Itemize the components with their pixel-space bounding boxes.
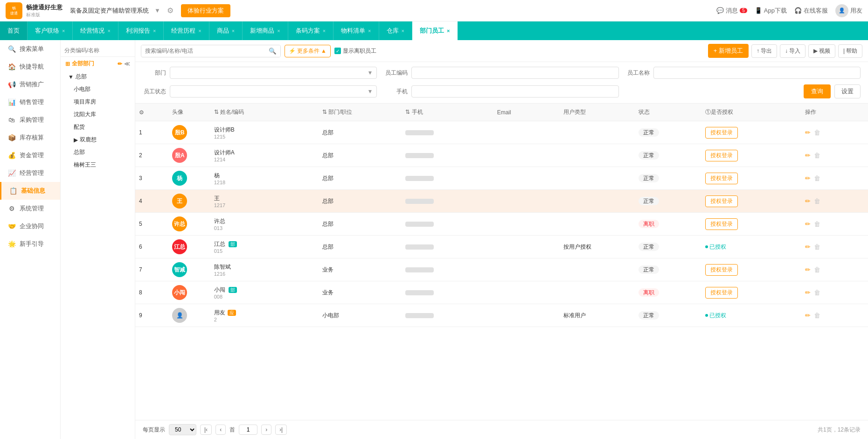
sidebar-item-finance[interactable]: 💰 资金管理 bbox=[0, 146, 60, 164]
page-input[interactable] bbox=[239, 425, 257, 435]
last-page-btn[interactable]: ›| bbox=[275, 425, 287, 435]
tab-warehouse[interactable]: 仓库× bbox=[379, 21, 412, 40]
authorize-button[interactable]: 授权登录 bbox=[705, 195, 738, 207]
authorize-button[interactable]: 授权登录 bbox=[705, 150, 738, 161]
query-button[interactable]: 查询 bbox=[804, 84, 831, 98]
dept-node-shenyang[interactable]: 沈阳大库 bbox=[61, 108, 135, 121]
th-phone[interactable]: ⇅ 手机 bbox=[402, 104, 493, 121]
export-button[interactable]: ↑ 导出 bbox=[751, 44, 777, 58]
status-filter-select[interactable]: ▼ bbox=[170, 85, 377, 98]
close-icon[interactable]: × bbox=[277, 28, 280, 34]
dept-filter-select[interactable]: ▼ bbox=[170, 67, 377, 79]
authorize-button[interactable]: 授权登录 bbox=[705, 218, 738, 230]
th-dept[interactable]: ⇅ 部门/职位 bbox=[319, 104, 402, 121]
delete-button[interactable]: 🗑 bbox=[814, 220, 820, 228]
delete-button[interactable]: 🗑 bbox=[814, 197, 820, 205]
tab-history[interactable]: 经营历程× bbox=[164, 21, 209, 40]
tab-home[interactable]: 首页 bbox=[0, 21, 28, 40]
delete-button[interactable]: 🗑 bbox=[814, 152, 820, 159]
app-download-btn[interactable]: 📱 App下载 bbox=[755, 7, 787, 15]
close-icon[interactable]: × bbox=[198, 28, 201, 34]
message-btn[interactable]: 💬 消息 5 bbox=[716, 7, 747, 15]
more-filter-btn[interactable]: ⚡ 更多条件 ▲ bbox=[285, 45, 331, 57]
delete-button[interactable]: 🗑 bbox=[814, 289, 820, 296]
tab-operation[interactable]: 经营情况× bbox=[73, 21, 118, 40]
code-filter-input[interactable] bbox=[411, 67, 618, 79]
tab-add-goods[interactable]: 新增商品× bbox=[243, 21, 288, 40]
edit-button[interactable]: ✏ bbox=[805, 243, 811, 251]
edit-button[interactable]: ✏ bbox=[805, 289, 811, 296]
sidebar-item-collab[interactable]: 🤝 企业协同 bbox=[0, 217, 60, 235]
delete-button[interactable]: 🗑 bbox=[814, 266, 820, 273]
next-page-btn[interactable]: › bbox=[261, 425, 271, 435]
close-icon[interactable]: × bbox=[232, 28, 235, 34]
edit-button[interactable]: ✏ bbox=[805, 220, 811, 228]
tab-employees[interactable]: 部门员工× bbox=[412, 21, 458, 40]
sidebar-item-purchase[interactable]: 🛍 采购管理 bbox=[0, 111, 60, 129]
authorize-button[interactable]: 授权登录 bbox=[705, 173, 738, 184]
sidebar-item-marketing[interactable]: 📢 营销推广 bbox=[0, 76, 60, 93]
tab-profit[interactable]: 利润报告× bbox=[118, 21, 164, 40]
prev-page-btn[interactable]: ‹ bbox=[215, 425, 226, 435]
delete-button[interactable]: 🗑 bbox=[814, 243, 820, 251]
sidebar-item-guide[interactable]: 🌟 新手引导 bbox=[0, 235, 60, 253]
trial-button[interactable]: 体验行业方案 bbox=[181, 4, 230, 17]
dept-node-peihuo[interactable]: 配货 bbox=[61, 121, 135, 133]
edit-button[interactable]: ✏ bbox=[805, 129, 811, 136]
service-btn[interactable]: 🎧 在线客服 bbox=[794, 7, 828, 15]
dept-node-nanshu[interactable]: 楠树王三 bbox=[61, 159, 135, 171]
search-button[interactable]: 🔍 bbox=[265, 45, 280, 57]
tab-customer[interactable]: 客户联络× bbox=[28, 21, 73, 40]
search-input[interactable] bbox=[141, 45, 265, 56]
dept-node-xiangmu[interactable]: 项目库房 bbox=[61, 96, 135, 108]
close-icon[interactable]: × bbox=[402, 28, 404, 34]
edit-icon[interactable]: ✏ bbox=[118, 61, 122, 67]
phone-filter-input[interactable] bbox=[411, 85, 618, 98]
edit-button[interactable]: ✏ bbox=[805, 266, 811, 273]
dept-node-shuanglu[interactable]: ▶ 双鹿想 bbox=[61, 133, 135, 146]
dept-node-head[interactable]: ▼ 总部 bbox=[61, 70, 135, 83]
name-filter-input[interactable] bbox=[653, 67, 861, 79]
view-button[interactable]: ▶ 视频 bbox=[808, 44, 835, 58]
set-button[interactable]: 设置 bbox=[834, 84, 861, 98]
delete-button[interactable]: 🗑 bbox=[814, 174, 820, 182]
th-settings[interactable]: ⚙ bbox=[135, 104, 168, 121]
collapse-icon[interactable]: ≪ bbox=[124, 61, 130, 67]
tab-bom[interactable]: 物料清单× bbox=[333, 21, 379, 40]
tab-barcode[interactable]: 条码方案× bbox=[288, 21, 333, 40]
user-btn[interactable]: 👤 用友 bbox=[835, 4, 862, 17]
close-icon[interactable]: × bbox=[447, 28, 450, 34]
help-button[interactable]: | 帮助 bbox=[838, 44, 862, 58]
dept-search-input[interactable] bbox=[64, 47, 134, 54]
first-page-btn[interactable]: |‹ bbox=[200, 425, 212, 435]
dept-node-zongbu[interactable]: 总部 bbox=[61, 146, 135, 159]
close-icon[interactable]: × bbox=[323, 28, 326, 34]
th-name[interactable]: ⇅ 姓名/编码 bbox=[210, 104, 319, 121]
delete-button[interactable]: 🗑 bbox=[814, 129, 820, 136]
close-icon[interactable]: × bbox=[368, 28, 371, 34]
sidebar-item-system[interactable]: ⚙ 系统管理 bbox=[0, 200, 60, 217]
close-icon[interactable]: × bbox=[107, 28, 110, 34]
edit-button[interactable]: ✏ bbox=[805, 197, 811, 205]
sidebar-item-management[interactable]: 📈 经营管理 bbox=[0, 164, 60, 182]
edit-button[interactable]: ✏ bbox=[805, 152, 811, 159]
page-size-select[interactable]: 50 100 200 bbox=[169, 424, 196, 435]
tab-goods[interactable]: 商品× bbox=[209, 21, 243, 40]
authorize-button[interactable]: 授权登录 bbox=[705, 127, 738, 139]
show-resigned-toggle[interactable]: ✓ 显示离职员工 bbox=[334, 47, 376, 55]
close-icon[interactable]: × bbox=[62, 28, 65, 34]
dept-node-xiaodibu[interactable]: 小电部 bbox=[61, 83, 135, 96]
sidebar-item-basic[interactable]: 📋 基础信息 bbox=[0, 182, 60, 200]
authorize-button[interactable]: 授权登录 bbox=[705, 264, 738, 276]
delete-button[interactable]: 🗑 bbox=[814, 312, 820, 319]
sidebar-item-search[interactable]: 🔍 搜索菜单 bbox=[0, 40, 60, 58]
sidebar-item-nav[interactable]: 🏠 快捷导航 bbox=[0, 58, 60, 76]
import-button[interactable]: ↓ 导入 bbox=[780, 44, 806, 58]
close-icon[interactable]: × bbox=[153, 28, 156, 34]
edit-button[interactable]: ✏ bbox=[805, 174, 811, 182]
add-employee-button[interactable]: + 新增员工 bbox=[708, 44, 749, 58]
sidebar-item-sales[interactable]: 📊 销售管理 bbox=[0, 93, 60, 111]
edit-button[interactable]: ✏ bbox=[805, 312, 811, 319]
authorize-button[interactable]: 授权登录 bbox=[705, 287, 738, 299]
gear-icon[interactable]: ⚙ bbox=[167, 6, 174, 15]
